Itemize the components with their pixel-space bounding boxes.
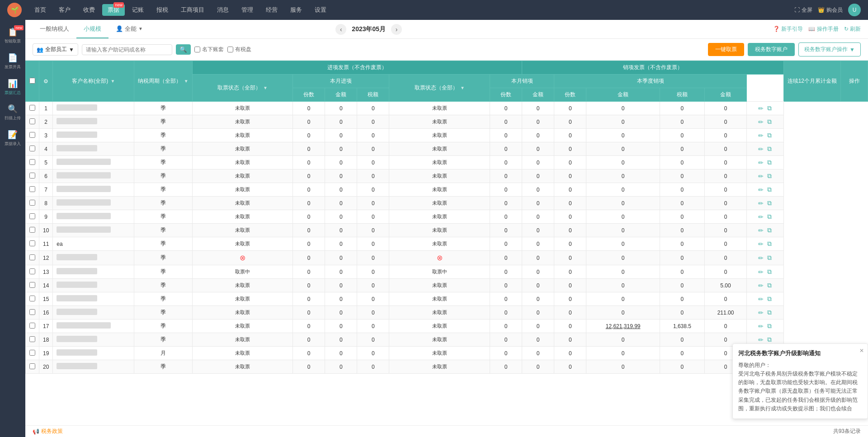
copy-icon[interactable]: ⧉ xyxy=(767,240,772,248)
sidebar-item-record[interactable]: 📝 票据录入 xyxy=(0,126,25,150)
accum-link[interactable]: 5.00 xyxy=(720,282,731,289)
nav-bookkeeping[interactable]: 记账 xyxy=(127,4,149,16)
accum-link[interactable]: 0 xyxy=(724,200,727,207)
row-checkbox-cell[interactable] xyxy=(26,142,39,156)
member-btn[interactable]: 👑 购会员 xyxy=(818,6,843,14)
tab-general-taxpayer[interactable]: 一般纳税人 xyxy=(33,20,76,38)
accum-link[interactable]: 0 xyxy=(724,214,727,220)
row-checkbox[interactable] xyxy=(29,282,35,288)
copy-icon[interactable]: ⧉ xyxy=(767,309,772,316)
accum-link[interactable]: 0 xyxy=(724,296,727,302)
row-checkbox[interactable] xyxy=(29,268,35,274)
has-taxpad-check[interactable] xyxy=(227,47,233,52)
edit-icon[interactable]: ✏ xyxy=(758,296,764,303)
search-input[interactable] xyxy=(82,44,172,55)
sidebar-item-summary[interactable]: 📊 票据汇总 xyxy=(0,75,25,99)
fullscreen-btn[interactable]: ⛶ 全屏 xyxy=(794,6,812,14)
row-checkbox[interactable] xyxy=(29,146,35,151)
accum-link[interactable]: 0 xyxy=(724,269,727,275)
prev-month-btn[interactable]: ‹ xyxy=(335,24,346,35)
row-checkbox[interactable] xyxy=(29,173,35,179)
edit-icon[interactable]: ✏ xyxy=(758,132,764,139)
edit-icon[interactable]: ✏ xyxy=(758,268,764,276)
edit-icon[interactable]: ✏ xyxy=(758,105,764,112)
edit-icon[interactable]: ✏ xyxy=(758,213,764,221)
accum-link[interactable]: 0 xyxy=(724,337,727,343)
row-checkbox[interactable] xyxy=(29,132,35,138)
user-avatar[interactable]: U xyxy=(848,4,861,16)
row-checkbox-cell[interactable] xyxy=(26,129,39,142)
nav-message[interactable]: 消息 xyxy=(212,4,234,16)
nav-manage[interactable]: 管理 xyxy=(236,4,259,16)
nav-ticket[interactable]: 票据 new xyxy=(102,4,125,16)
row-checkbox[interactable] xyxy=(29,186,35,192)
accum-link[interactable]: 0 xyxy=(724,255,727,261)
nav-settings[interactable]: 设置 xyxy=(309,4,332,16)
my-accounts-checkbox[interactable]: 名下账套 xyxy=(194,46,224,53)
accum-link[interactable]: 0 xyxy=(724,227,727,234)
accum-link[interactable]: 211.00 xyxy=(717,310,734,316)
edit-icon[interactable]: ✏ xyxy=(758,118,764,126)
row-checkbox[interactable] xyxy=(29,309,35,315)
copy-icon[interactable]: ⧉ xyxy=(767,282,772,289)
copy-icon[interactable]: ⧉ xyxy=(767,172,772,180)
row-checkbox-cell[interactable] xyxy=(26,333,39,347)
q-amount-link[interactable]: 12,621,319.99 xyxy=(606,323,641,329)
edit-icon[interactable]: ✏ xyxy=(758,336,764,343)
row-checkbox-cell[interactable] xyxy=(26,265,39,279)
select-all-checkbox[interactable] xyxy=(29,78,35,84)
accum-link[interactable]: 0 xyxy=(724,187,727,193)
sidebar-item-smart-ticket[interactable]: 📋 智能取票 new xyxy=(0,23,25,47)
copy-icon[interactable]: ⧉ xyxy=(767,199,772,207)
notification-close-btn[interactable]: ✕ xyxy=(859,348,864,354)
row-checkbox-cell[interactable] xyxy=(26,169,39,183)
manual-btn[interactable]: 📖 操作手册 xyxy=(808,25,838,33)
accum-link[interactable]: 0 xyxy=(724,323,727,329)
tax-digital-op-btn[interactable]: 税务数字账户操作 ▼ xyxy=(798,42,861,56)
accum-link[interactable]: 0 xyxy=(724,132,727,139)
edit-icon[interactable]: ✏ xyxy=(758,240,764,248)
row-checkbox[interactable] xyxy=(29,363,35,369)
edit-icon[interactable]: ✏ xyxy=(758,159,764,166)
newbie-guide-btn[interactable]: ❓ 新手引导 xyxy=(773,25,803,33)
nav-customer[interactable]: 客户 xyxy=(53,4,76,16)
edit-icon[interactable]: ✏ xyxy=(758,146,764,153)
edit-icon[interactable]: ✏ xyxy=(758,173,764,180)
row-checkbox-cell[interactable] xyxy=(26,320,39,333)
row-checkbox[interactable] xyxy=(29,336,35,342)
row-checkbox-cell[interactable] xyxy=(26,360,39,374)
next-month-btn[interactable]: › xyxy=(391,24,402,35)
copy-icon[interactable]: ⧉ xyxy=(767,159,772,166)
nav-business[interactable]: 工商项目 xyxy=(175,4,210,16)
row-checkbox-cell[interactable] xyxy=(26,279,39,292)
staff-select[interactable]: 👥 全部员工 ▼ xyxy=(33,43,78,56)
row-checkbox[interactable] xyxy=(29,213,35,219)
sidebar-item-scan[interactable]: 🔍 扫描上传 xyxy=(0,100,25,124)
row-checkbox[interactable] xyxy=(29,254,35,260)
row-checkbox[interactable] xyxy=(29,159,35,165)
row-checkbox-cell[interactable] xyxy=(26,197,39,210)
accum-link[interactable]: 0 xyxy=(724,364,727,370)
accum-link[interactable]: 0 xyxy=(724,350,727,357)
edit-icon[interactable]: ✏ xyxy=(758,309,764,316)
row-checkbox-cell[interactable] xyxy=(26,210,39,224)
my-accounts-check[interactable] xyxy=(194,47,200,52)
nav-home[interactable]: 首页 xyxy=(29,4,52,16)
row-checkbox[interactable] xyxy=(29,323,35,329)
one-key-ticket-btn[interactable]: 一键取票 xyxy=(708,43,744,56)
copy-icon[interactable]: ⧉ xyxy=(767,295,772,303)
tab-all[interactable]: 👤 全能 ▼ xyxy=(108,20,150,38)
nav-billing[interactable]: 收费 xyxy=(78,4,100,16)
nav-operation[interactable]: 经营 xyxy=(260,4,283,16)
row-checkbox-cell[interactable] xyxy=(26,347,39,360)
accum-link[interactable]: 0 xyxy=(724,173,727,179)
row-checkbox-cell[interactable] xyxy=(26,306,39,320)
row-checkbox-cell[interactable] xyxy=(26,251,39,265)
sidebar-item-invoice[interactable]: 📄 发票开具 xyxy=(0,49,25,73)
copy-icon[interactable]: ⧉ xyxy=(767,213,772,221)
copy-icon[interactable]: ⧉ xyxy=(767,336,772,343)
row-checkbox[interactable] xyxy=(29,240,35,246)
copy-icon[interactable]: ⧉ xyxy=(767,322,772,330)
accum-link[interactable]: 0 xyxy=(724,105,727,112)
row-checkbox-cell[interactable] xyxy=(26,224,39,237)
